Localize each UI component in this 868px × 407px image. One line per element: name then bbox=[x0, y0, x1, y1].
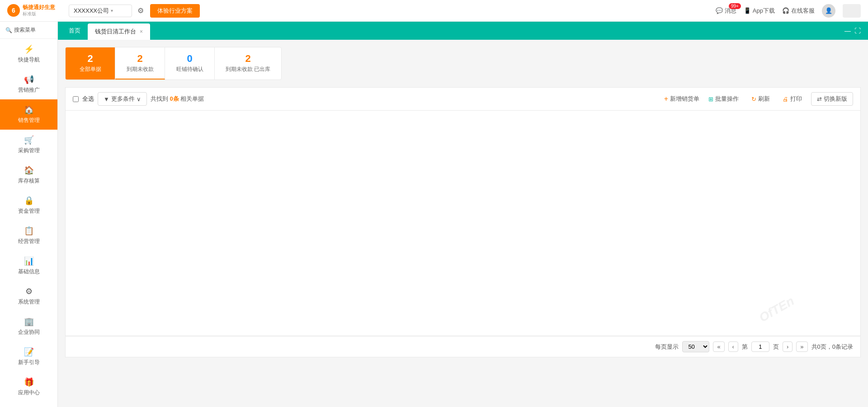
tab-daily-label: 钱货日清工作台 bbox=[95, 28, 136, 36]
stat-tab-pending[interactable]: 0 旺铺待确认 bbox=[165, 47, 215, 80]
trial-button[interactable]: 体验行业方案 bbox=[150, 4, 200, 18]
tab-home-label: 首页 bbox=[69, 27, 80, 35]
last-page-button[interactable]: » bbox=[796, 342, 807, 352]
print-icon: 🖨 bbox=[783, 96, 788, 103]
company-name: XXXXXX公司 bbox=[74, 7, 109, 15]
quick-nav-icon: ⚡ bbox=[24, 44, 34, 54]
batch-operation-button[interactable]: ⊞ 批量操作 bbox=[705, 93, 742, 105]
logo-subtitle: 标准版 bbox=[23, 11, 55, 17]
sidebar-search[interactable]: 🔍 搜索菜单 bbox=[0, 22, 57, 39]
message-icon: 💬 bbox=[716, 7, 723, 14]
stat-num-pending: 0 bbox=[176, 53, 203, 65]
tab-maximize-button[interactable]: ⛶ bbox=[854, 27, 861, 34]
switch-icon: ⇄ bbox=[817, 96, 822, 103]
per-page-label: 每页显示 bbox=[655, 343, 679, 351]
add-sales-order-button[interactable]: + 新增销货单 bbox=[664, 95, 699, 103]
settings-button[interactable]: ⚙ bbox=[136, 5, 146, 17]
sidebar-item-basic-info[interactable]: 📊 基础信息 bbox=[0, 251, 57, 281]
page-label: 第 bbox=[742, 343, 748, 351]
stat-tab-all[interactable]: 2 全部单据 bbox=[66, 47, 115, 80]
print-label: 打印 bbox=[790, 95, 802, 103]
select-all-checkbox[interactable] bbox=[73, 96, 79, 102]
sidebar-item-wechat[interactable]: 💬 企业微信 bbox=[0, 402, 57, 407]
filter-button[interactable]: ▼ 更多条件 ∨ bbox=[98, 92, 147, 106]
sidebar-item-app-center[interactable]: 🎁 应用中心 bbox=[0, 372, 57, 402]
chevron-down-icon: ▾ bbox=[111, 8, 113, 13]
sidebar-item-label: 库存核算 bbox=[18, 177, 40, 185]
sidebar-item-guide[interactable]: 📝 新手引导 bbox=[0, 342, 57, 372]
pagination: 每页显示 50 100 « ‹ 第 页 › » 共0页，0条记录 bbox=[65, 336, 861, 357]
chevron-filter-icon: ∨ bbox=[137, 96, 141, 103]
sidebar-item-label: 企业协同 bbox=[18, 328, 40, 336]
per-page-select[interactable]: 50 100 bbox=[682, 341, 709, 352]
filter-icon: ▼ bbox=[104, 96, 109, 103]
batch-icon: ⊞ bbox=[708, 96, 713, 103]
finance-icon: 🔒 bbox=[24, 196, 34, 206]
download-icon: 📱 bbox=[744, 7, 751, 14]
sidebar-item-label: 经营管理 bbox=[18, 238, 40, 245]
enterprise-icon: 🏢 bbox=[24, 317, 34, 327]
tab-daily-work[interactable]: 钱货日清工作台 × bbox=[88, 23, 150, 40]
stat-num-outstock: 2 bbox=[226, 53, 270, 65]
message-badge: 99+ bbox=[729, 3, 741, 9]
avatar-extra[interactable] bbox=[843, 4, 861, 18]
tab-bar-controls: — ⛶ bbox=[844, 27, 864, 34]
stats-tabs: 2 全部单据 2 到期未收款 0 旺铺待确认 2 到期未收款 已出库 bbox=[65, 47, 282, 80]
found-num: 0条 bbox=[170, 95, 179, 102]
app-center-icon: 🎁 bbox=[24, 377, 34, 387]
add-btn-label: 新增销货单 bbox=[670, 95, 699, 103]
sidebar-item-operations[interactable]: 📋 经营管理 bbox=[0, 220, 57, 251]
toolbar-left: 全选 ▼ 更多条件 ∨ 共找到 0条 相关单据 bbox=[73, 92, 660, 106]
avatar[interactable]: 👤 bbox=[822, 4, 835, 18]
found-text: 共找到 0条 相关单据 bbox=[151, 95, 204, 103]
stat-tab-overdue[interactable]: 2 到期未收款 bbox=[115, 47, 165, 80]
sidebar-item-finance[interactable]: 🔒 资金管理 bbox=[0, 190, 57, 220]
message-button[interactable]: 💬 消息 99+ bbox=[716, 7, 736, 15]
refresh-button[interactable]: ↻ 刷新 bbox=[748, 93, 774, 105]
sidebar-item-label: 基础信息 bbox=[18, 268, 40, 276]
sidebar-item-purchase[interactable]: 🛒 采购管理 bbox=[0, 130, 57, 160]
tab-bar: 首页 钱货日清工作台 × — ⛶ bbox=[58, 22, 868, 40]
main-content: 2 全部单据 2 到期未收款 0 旺铺待确认 2 到期未收款 已出库 全选 ▼ … bbox=[58, 40, 868, 407]
sidebar-item-quick-nav[interactable]: ⚡ 快捷导航 bbox=[0, 39, 57, 69]
basic-info-icon: 📊 bbox=[24, 256, 34, 266]
online-service-button[interactable]: 🎧 在线客服 bbox=[782, 7, 815, 15]
sidebar-item-label: 采购管理 bbox=[18, 147, 40, 154]
stat-label-overdue: 到期未收款 bbox=[126, 65, 154, 73]
switch-new-version-button[interactable]: ⇄ 切换新版 bbox=[811, 92, 853, 106]
tab-close-icon[interactable]: × bbox=[140, 28, 143, 35]
stat-label-pending: 旺铺待确认 bbox=[176, 65, 203, 73]
search-icon: 🔍 bbox=[5, 27, 12, 33]
logo-area: 6 畅捷通好生意 标准版 bbox=[7, 4, 65, 17]
logo-icon: 6 bbox=[7, 4, 20, 17]
total-records: 共0页，0条记录 bbox=[811, 343, 853, 351]
prev-page-button[interactable]: ‹ bbox=[728, 342, 738, 352]
sidebar-item-marketing[interactable]: 📢 营销推广 bbox=[0, 69, 57, 99]
next-page-button[interactable]: › bbox=[783, 342, 793, 352]
company-selector[interactable]: XXXXXX公司 ▾ bbox=[69, 5, 132, 17]
table-area bbox=[65, 110, 861, 336]
tab-minimize-button[interactable]: — bbox=[844, 27, 851, 34]
app-download-button[interactable]: 📱 App下载 bbox=[744, 7, 775, 15]
sidebar-item-label: 系统管理 bbox=[18, 298, 40, 306]
sidebar-item-label: 新手引导 bbox=[18, 359, 40, 366]
first-page-button[interactable]: « bbox=[713, 342, 724, 352]
sidebar: 🔍 搜索菜单 ⚡ 快捷导航 📢 营销推广 🏠 销售管理 🛒 采购管理 🏠 库存核… bbox=[0, 22, 58, 407]
print-button[interactable]: 🖨 打印 bbox=[779, 93, 806, 105]
sidebar-item-enterprise[interactable]: 🏢 企业协同 bbox=[0, 311, 57, 342]
guide-icon: 📝 bbox=[24, 347, 34, 357]
tab-home[interactable]: 首页 bbox=[61, 22, 88, 40]
page-number-input[interactable] bbox=[751, 342, 769, 352]
page-suffix: 页 bbox=[773, 343, 779, 351]
select-all-label: 全选 bbox=[82, 95, 94, 103]
user-icon: 👤 bbox=[825, 7, 832, 14]
sidebar-item-inventory[interactable]: 🏠 库存核算 bbox=[0, 160, 57, 190]
stat-tab-outstock[interactable]: 2 到期未收款 已出库 bbox=[215, 47, 281, 80]
sidebar-item-system[interactable]: ⚙ 系统管理 bbox=[0, 281, 57, 311]
switch-label: 切换新版 bbox=[824, 95, 847, 103]
sidebar-search-label: 搜索菜单 bbox=[14, 26, 36, 34]
sidebar-item-sales[interactable]: 🏠 销售管理 bbox=[0, 99, 57, 130]
purchase-icon: 🛒 bbox=[24, 135, 34, 145]
sales-icon: 🏠 bbox=[24, 105, 34, 115]
gear-icon: ⚙ bbox=[137, 6, 144, 15]
